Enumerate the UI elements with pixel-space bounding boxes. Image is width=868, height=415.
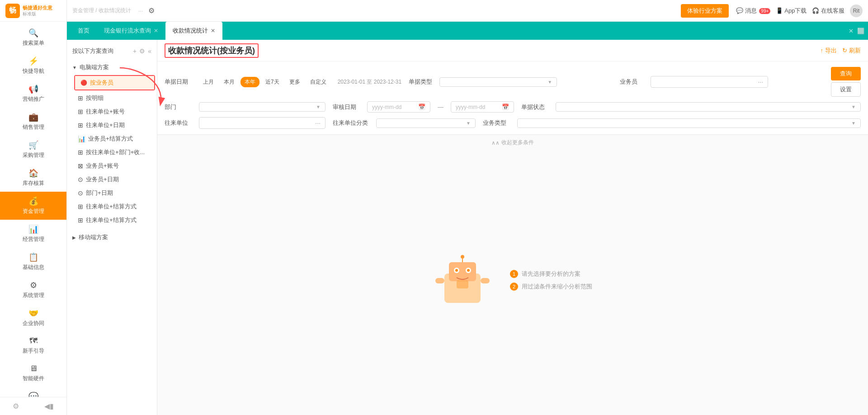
guide-icon: 🗺 — [29, 336, 38, 346]
app-download-btn[interactable]: 📱 App下载 — [776, 7, 807, 15]
sidebar-item-purchase[interactable]: 🛒 采购管理 — [0, 136, 66, 164]
sidebar-item-search[interactable]: 🔍 搜索菜单 — [0, 24, 66, 52]
sidebar-item-enterprise[interactable]: 🤝 企业协同 — [0, 304, 66, 332]
partner-select[interactable]: ··· — [199, 117, 326, 129]
doc-type-select[interactable]: ▼ — [439, 77, 557, 87]
audit-date-from[interactable]: yyyy-mm-dd 📅 — [367, 101, 430, 113]
collapse-panel-btn[interactable]: « — [148, 47, 151, 55]
sidebar-item-wechat[interactable]: 💬 企业微信 — [0, 387, 66, 397]
scheme-unit-date[interactable]: ⊞ 往来单位+日期 — [72, 118, 157, 132]
tab-home[interactable]: 首页 — [71, 22, 97, 40]
sidebar-item-inventory[interactable]: 🏠 库存核算 — [0, 164, 66, 192]
sidebar-item-sales[interactable]: 💼 销售管理 — [0, 108, 66, 136]
date-tab-prev-month[interactable]: 上月 — [199, 77, 218, 87]
sidebar-item-finance[interactable]: 💰 资金管理 — [0, 192, 66, 220]
audit-date-to[interactable]: yyyy-mm-dd 📅 — [451, 101, 514, 113]
partner-dots-icon: ··· — [315, 119, 321, 127]
close-bank-flow-tab[interactable]: ✕ — [154, 28, 158, 34]
sidebar-item-operations[interactable]: 📊 经营管理 — [0, 220, 66, 248]
trial-button[interactable]: 体验行业方案 — [681, 4, 729, 18]
logo-icon: 畅 — [5, 4, 20, 18]
doc-status-select[interactable]: ▼ — [556, 102, 861, 112]
scheme-unit-account[interactable]: ⊞ 往来单位+账号 — [72, 105, 157, 118]
date-tab-this-month[interactable]: 本月 — [220, 77, 239, 87]
mobile-arrow-icon: ▶ — [72, 235, 76, 240]
active-scheme-highlight: 🔴 按业务员 — [74, 75, 155, 90]
date-range-display: 2023-01-01 至 2023-12-31 — [338, 78, 401, 86]
export-button[interactable]: ↑ 导出 — [821, 47, 837, 55]
scheme-dept-date[interactable]: ⊙ 部门+日期 — [72, 186, 157, 200]
set-button[interactable]: 设置 — [831, 82, 861, 97]
panel-header-icons: + ⚙ « — [133, 47, 151, 55]
message-icon-btn[interactable]: 💬 消息 99+ — [736, 7, 770, 15]
maximize-btn[interactable]: ⬜ — [857, 28, 864, 34]
tab-bank-flow[interactable]: 现金银行流水查询 ✕ — [97, 22, 165, 40]
system-icon: ⚙ — [30, 280, 37, 290]
sidebar-item-smart-hw[interactable]: 🖥 智能硬件 — [0, 359, 66, 387]
date-tab-last7days[interactable]: 近7天 — [261, 77, 283, 87]
sidebar-item-guide[interactable]: 🗺 新手引导 — [0, 332, 66, 359]
svg-rect-9 — [481, 278, 490, 283]
doc-status-arrow-icon: ▼ — [851, 104, 856, 109]
date-tab-more[interactable]: 更多 — [285, 77, 304, 87]
settings-icon[interactable]: ⚙ — [13, 402, 19, 410]
salesperson-calc-icon: 📊 — [78, 135, 85, 142]
biz-type-select[interactable]: ▼ — [517, 118, 861, 128]
salesperson-select[interactable]: ··· — [651, 76, 768, 88]
svg-point-5 — [467, 269, 470, 272]
dept-select[interactable]: ▼ — [199, 102, 326, 112]
gear-btn[interactable]: ⚙ — [148, 6, 155, 15]
empty-state: 1 请先选择要分析的方案 2 用过滤条件来缩小分析范围 — [157, 150, 868, 415]
content-area: 按以下方案查询 + ⚙ « ▼ 电脑端方案 🔴 按业 — [67, 40, 868, 415]
svg-rect-8 — [435, 278, 444, 283]
step-1-number: 1 — [510, 270, 518, 278]
mobile-section-title[interactable]: ▶ 移动端方案 — [67, 231, 157, 244]
query-button[interactable]: 查询 — [831, 67, 861, 80]
title-actions: ↑ 导出 ↻ 刷新 — [821, 47, 861, 55]
close-window-btn[interactable]: ✕ — [849, 28, 854, 34]
sidebar-item-quick-nav[interactable]: ⚡ 快捷导航 — [0, 52, 66, 80]
tab-bar: 首页 现金银行流水查询 ✕ 收款情况统计 ✕ ✕ ⬜ — [67, 22, 868, 40]
scheme-by-salesperson[interactable]: 🔴 按业务员 — [75, 76, 154, 90]
scheme-unit-calc2[interactable]: ⊞ 往来单位+结算方式 — [72, 213, 157, 227]
unit-dept-collect-icon: ⊞ — [78, 149, 83, 156]
svg-rect-10 — [457, 280, 468, 288]
header-actions: 体验行业方案 💬 消息 99+ 📱 App下载 🎧 在线客服 Rit — [681, 4, 863, 18]
scheme-by-detail[interactable]: ⊞ 按明细 — [72, 91, 157, 105]
date-tabs: 上月 本月 本年 近7天 更多 自定义 — [199, 77, 330, 87]
add-scheme-btn[interactable]: + — [133, 47, 137, 55]
refresh-button[interactable]: ↻ 刷新 — [842, 47, 861, 55]
scheme-salesperson-date[interactable]: ⊙ 业务员+日期 — [72, 173, 157, 186]
unit-date-icon: ⊞ — [78, 122, 83, 129]
collapse-bar[interactable]: ∧∧ 收起更多条件 — [157, 135, 868, 150]
inventory-icon: 🏠 — [28, 168, 38, 178]
enterprise-icon: 🤝 — [28, 308, 38, 318]
empty-steps: 1 请先选择要分析的方案 2 用过滤条件来缩小分析范围 — [510, 270, 592, 295]
step-2-number: 2 — [510, 283, 518, 291]
desktop-section-title[interactable]: ▼ 电脑端方案 — [67, 61, 157, 74]
partner-category-select[interactable]: ▼ — [376, 118, 476, 128]
quick-nav-icon: ⚡ — [28, 56, 38, 66]
close-collection-stats-tab[interactable]: ✕ — [211, 28, 215, 34]
dept-arrow-icon: ▼ — [316, 104, 321, 109]
date-tab-custom[interactable]: 自定义 — [306, 77, 330, 87]
tab-collection-stats[interactable]: 收款情况统计 ✕ — [165, 22, 222, 40]
sales-icon: 💼 — [28, 112, 38, 122]
scheme-unit-dept-collect[interactable]: ⊞ 按往来单位+部门+收... — [72, 146, 157, 159]
basic-info-icon: 📋 — [28, 252, 38, 262]
scheme-salesperson-account[interactable]: ⊠ 业务员+账号 — [72, 159, 157, 173]
scheme-salesperson-calc[interactable]: 📊 业务员+结算方式 — [72, 132, 157, 146]
avatar[interactable]: Rit — [850, 5, 863, 17]
window-controls: ✕ ⬜ — [849, 28, 864, 34]
unit-calc1-icon: ⊞ — [78, 203, 83, 210]
sidebar-bottom: ⚙ ◀▮ — [0, 397, 66, 415]
sidebar-item-system[interactable]: ⚙ 系统管理 — [0, 276, 66, 304]
online-support-btn[interactable]: 🎧 在线客服 — [812, 7, 844, 15]
collapse-icon[interactable]: ◀▮ — [44, 402, 54, 410]
settings-scheme-btn[interactable]: ⚙ — [139, 47, 145, 55]
scheme-unit-calc1[interactable]: ⊞ 往来单位+结算方式 — [72, 200, 157, 213]
salesperson-dots-icon: ··· — [758, 78, 763, 85]
sidebar-item-basic-info[interactable]: 📋 基础信息 — [0, 248, 66, 276]
date-tab-this-year[interactable]: 本年 — [241, 77, 259, 87]
sidebar-item-marketing[interactable]: 📢 营销推广 — [0, 80, 66, 108]
